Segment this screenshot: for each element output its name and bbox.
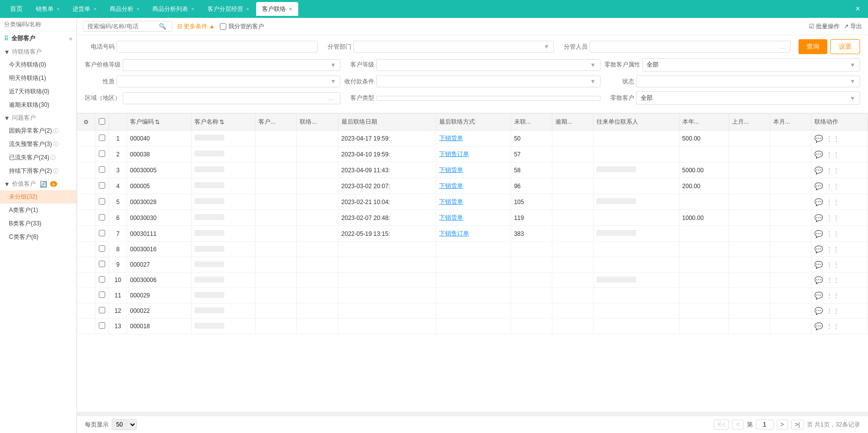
menu-icon[interactable]: ⋮⋮ (826, 291, 840, 299)
menu-icon[interactable]: ⋮⋮ (826, 182, 840, 190)
filter-phone-input[interactable] (117, 41, 318, 53)
menu-icon[interactable]: ⋮⋮ (826, 307, 840, 315)
menu-icon[interactable]: ⋮⋮ (826, 214, 840, 222)
filter-nature-select[interactable]: ▼ (117, 75, 340, 87)
horizontal-scrollbar[interactable] (77, 412, 868, 416)
filter-search-input[interactable] (87, 23, 157, 30)
filter-customer-level-select[interactable]: ▼ (376, 59, 600, 71)
th-overdue[interactable]: 逾期... (552, 114, 594, 131)
row-checkbox[interactable] (99, 182, 105, 189)
th-last-date[interactable]: 最后联络日期 (338, 114, 436, 131)
td-check[interactable] (95, 146, 109, 162)
window-close-button[interactable]: × (852, 4, 864, 13)
td-check[interactable] (95, 319, 109, 334)
tab-purchase[interactable]: 进货单 × (67, 2, 102, 16)
sidebar-search-input[interactable] (4, 21, 77, 28)
td-check[interactable] (95, 257, 109, 273)
method-link[interactable]: 下销售订单 (439, 150, 469, 157)
chat-icon[interactable]: 💬 (814, 276, 823, 284)
chat-icon[interactable]: 💬 (814, 214, 823, 222)
sidebar-unclassified[interactable]: 未分组(32) (0, 190, 76, 204)
menu-icon[interactable]: ⋮⋮ (826, 322, 840, 330)
sidebar-a-class[interactable]: A类客户(1) (0, 204, 76, 217)
tab-product-analysis-list[interactable]: 商品分析列表 × (146, 2, 200, 16)
tab-customer-tier-close[interactable]: × (246, 6, 249, 12)
method-link[interactable]: 下销货单 (439, 135, 463, 142)
page-size-dropdown[interactable]: 50 20 100 (112, 419, 137, 430)
row-checkbox[interactable] (99, 322, 105, 329)
filter-retail-attr-select[interactable]: 全部 ▼ (642, 58, 860, 72)
row-checkbox[interactable] (99, 135, 105, 141)
last-page-btn[interactable]: >| (791, 420, 804, 430)
all-customers-header[interactable]: ⠿ 全部客户 « (0, 31, 76, 46)
chat-icon[interactable]: 💬 (814, 261, 823, 269)
sidebar-near7[interactable]: 近7天待联络(0) (0, 85, 76, 98)
first-page-btn[interactable]: K< (714, 420, 729, 430)
more-conditions-toggle[interactable]: ⊟ 更多条件 ▲ (177, 22, 215, 31)
row-checkbox[interactable] (99, 245, 105, 252)
chat-icon[interactable]: 💬 (814, 135, 823, 143)
tab-product-analysis-close[interactable]: × (136, 6, 139, 12)
tab-customer-contact[interactable]: 客户联络 × (256, 2, 298, 16)
td-check[interactable] (95, 131, 109, 146)
td-check[interactable] (95, 242, 109, 257)
td-check[interactable] (95, 288, 109, 303)
method-link[interactable]: 下销货单 (439, 182, 463, 189)
filter-region-select[interactable]: … (123, 92, 340, 104)
menu-icon[interactable]: ⋮⋮ (826, 198, 840, 206)
filter-dept-select[interactable]: ▼ (353, 41, 554, 53)
th-contact[interactable]: 联络... (297, 114, 338, 131)
method-link[interactable]: 下销售订单 (439, 230, 469, 237)
row-checkbox[interactable] (99, 150, 105, 157)
page-number-input[interactable] (756, 420, 774, 430)
td-check[interactable] (95, 226, 109, 242)
td-check[interactable] (95, 178, 109, 194)
menu-icon[interactable]: ⋮⋮ (826, 135, 840, 143)
tab-customer-tier[interactable]: 客户分层经营 × (201, 2, 255, 16)
tab-product-analysis-list-close[interactable]: × (191, 6, 194, 12)
sidebar-lost[interactable]: 已流失客户(24) ⓘ (0, 151, 76, 164)
export-btn[interactable]: ↗ 导出 (844, 22, 862, 31)
my-customers-check[interactable] (220, 23, 226, 30)
chat-icon[interactable]: 💬 (814, 322, 823, 330)
row-checkbox[interactable] (99, 230, 105, 236)
menu-icon[interactable]: ⋮⋮ (826, 166, 840, 174)
chat-icon[interactable]: 💬 (814, 307, 823, 315)
sidebar-tomorrow[interactable]: 明天待联络(1) (0, 72, 76, 85)
sidebar-declining[interactable]: 持续下滑客户(2) ⓘ (0, 164, 76, 178)
chat-icon[interactable]: 💬 (814, 245, 823, 253)
next-page-btn[interactable]: > (777, 420, 788, 430)
filter-search-icon[interactable]: 🔍 (159, 23, 166, 30)
tab-sales-close[interactable]: × (57, 6, 60, 12)
th-not-contact[interactable]: 未联... (511, 114, 552, 131)
gear-icon[interactable]: ⚙ (83, 119, 89, 126)
chat-icon[interactable]: 💬 (814, 198, 823, 206)
tab-home[interactable]: 首页 (4, 2, 29, 16)
sidebar-flow-warning[interactable]: 流失预警客户(3) ⓘ (0, 138, 76, 151)
row-checkbox[interactable] (99, 307, 105, 313)
filter-status-select[interactable]: ▼ (636, 75, 860, 87)
th-gear[interactable]: ⚙ (77, 114, 95, 131)
chat-icon[interactable]: 💬 (814, 291, 823, 299)
sidebar-c-class[interactable]: C类客户(6) (0, 230, 76, 244)
tab-purchase-close[interactable]: × (93, 6, 96, 12)
row-checkbox[interactable] (99, 166, 105, 173)
menu-icon[interactable]: ⋮⋮ (826, 276, 840, 284)
td-check[interactable] (95, 194, 109, 210)
tab-product-analysis[interactable]: 商品分析 × (104, 2, 145, 16)
menu-icon[interactable]: ⋮⋮ (826, 245, 840, 253)
sidebar-b-class[interactable]: B类客户(33) (0, 217, 76, 230)
sidebar-today[interactable]: 今天待联络(0) (0, 58, 76, 72)
batch-operate-btn[interactable]: ☑ 批量操作 (809, 22, 840, 31)
row-checkbox[interactable] (99, 198, 105, 205)
reset-button[interactable]: 设置 (830, 39, 860, 54)
chat-icon[interactable]: 💬 (814, 230, 823, 238)
td-check[interactable] (95, 273, 109, 288)
chat-icon[interactable]: 💬 (814, 166, 823, 174)
th-last-method[interactable]: 最后联络方式 (436, 114, 511, 131)
td-check[interactable] (95, 210, 109, 226)
sidebar-overdue[interactable]: 逾期未联络(30) (0, 98, 76, 112)
th-code[interactable]: 客户编码⇅ (127, 114, 192, 131)
filter-payment-select[interactable]: ▼ (376, 75, 600, 87)
row-checkbox[interactable] (99, 214, 105, 220)
